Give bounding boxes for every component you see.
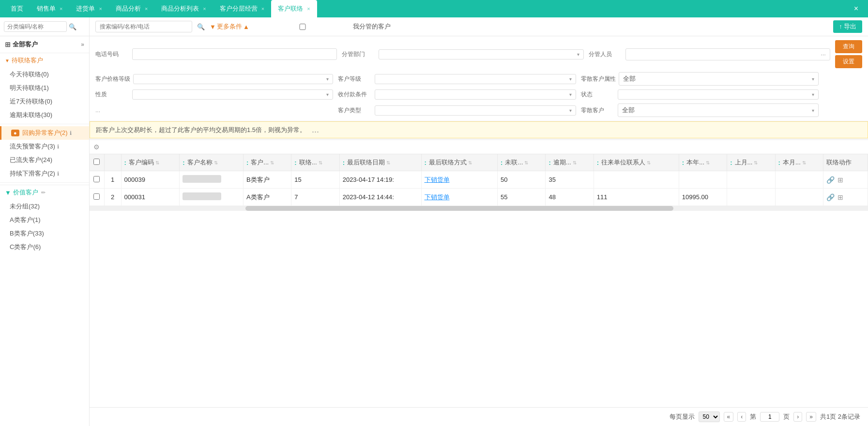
row1-contact: 15 — [291, 171, 339, 189]
nav-product-analysis[interactable]: 商品分析 × — [109, 0, 154, 17]
code-sort-icon[interactable]: ⇅ — [155, 160, 159, 165]
sidebar-continuous-down[interactable]: 持续下滑客户(2) ℹ — [0, 167, 89, 180]
row2-check — [90, 189, 104, 206]
row1-action-icons: 🔗 ⊞ — [826, 176, 865, 184]
row1-grid-icon[interactable]: ⊞ — [838, 176, 843, 184]
sidebar-value-section[interactable]: ▼ 价值客户 ✏ — [0, 185, 89, 200]
next-page-btn[interactable]: › — [793, 412, 802, 422]
nav-product-analysis-close[interactable]: × — [145, 6, 148, 12]
settings-button[interactable]: 设置 — [835, 55, 862, 68]
row2-checkbox[interactable] — [93, 193, 100, 200]
nav-customer-contact-close[interactable]: × — [307, 6, 310, 12]
per-page-select[interactable]: 50 — [699, 411, 720, 422]
first-page-btn[interactable]: « — [724, 412, 734, 422]
data-table: : 客户编码 ⇅ : 客户名称 ⇅ — [90, 154, 868, 206]
row2-link-icon[interactable]: 🔗 — [826, 193, 835, 201]
filter-bar-right: ↑ 导出 — [833, 20, 862, 33]
sidebar-all-customers-header[interactable]: ⊞ 全部客户 » — [0, 36, 89, 53]
dept-select[interactable]: ▾ — [379, 49, 583, 59]
name-sort-icon[interactable]: ⇅ — [214, 160, 218, 165]
year-sort-icon[interactable]: ⇅ — [706, 160, 710, 165]
sidebar-class-c[interactable]: C类客户(6) — [0, 240, 89, 254]
sidebar-today-pending[interactable]: 今天待联络(0) — [0, 68, 89, 81]
price-grade-select[interactable]: ▾ — [133, 74, 333, 84]
tooltip-text: 距客户上次交易时长，超过了此客户的平均交易周期的1.5倍，则视为异常。 — [96, 126, 306, 134]
retail-attr-chevron-icon: ▾ — [812, 76, 814, 82]
query-button[interactable]: 查询 — [835, 40, 862, 53]
more-conditions-btn[interactable]: ▼ 更多条件 ▲ — [210, 22, 249, 31]
last-month-sort-icon[interactable]: ⇅ — [754, 160, 758, 165]
retail-customer-select[interactable]: 全部 ▾ — [618, 103, 819, 117]
row1-link-icon[interactable]: 🔗 — [826, 176, 835, 184]
company-sort-icon[interactable]: ⇅ — [647, 160, 651, 165]
export-icon: ↑ — [839, 23, 842, 30]
customer-grade-select[interactable]: ▾ — [375, 74, 576, 84]
overdue-sort-icon[interactable]: ⇅ — [573, 160, 577, 165]
nav-sales[interactable]: 销售单 × — [30, 0, 69, 17]
select-all-checkbox[interactable] — [93, 159, 100, 165]
sidebar-overdue-pending[interactable]: 逾期未联络(30) — [0, 108, 89, 122]
customer-grade-chevron-icon: ▾ — [569, 76, 572, 82]
horizontal-scrollbar[interactable] — [90, 206, 868, 211]
nav-product-analysis-list[interactable]: 商品分析列表 × — [154, 0, 213, 17]
nav-purchase-close[interactable]: × — [99, 6, 102, 12]
sidebar-search-icon[interactable]: 🔍 — [69, 23, 76, 30]
nav-customer-contact[interactable]: 客户联络 × — [271, 0, 317, 17]
my-customers-filter[interactable]: 我分管的客户 — [254, 22, 391, 31]
sidebar-class-b[interactable]: B类客户(33) — [0, 227, 89, 240]
row2-this-month — [775, 189, 823, 206]
sidebar-tomorrow-pending[interactable]: 明天待联络(1) — [0, 81, 89, 95]
tooltip-more-btn[interactable]: ... — [310, 125, 321, 135]
sidebar-collapse-icon[interactable]: » — [81, 41, 84, 48]
customer-type-select[interactable]: ▾ — [375, 105, 576, 116]
sidebar-repurchase-abnormal[interactable]: ● 回购异常客户(2) ℹ — [0, 126, 89, 140]
sidebar-pending-section[interactable]: ▼ 待联络客户 — [0, 53, 89, 68]
sidebar-ungrouped[interactable]: 未分组(32) — [0, 200, 89, 213]
method-sort-icon[interactable]: ⇅ — [468, 160, 472, 165]
my-customers-checkbox[interactable] — [254, 24, 351, 30]
page-prefix-label: 第 — [750, 412, 756, 421]
sidebar-search-input[interactable] — [4, 21, 67, 32]
page-number-input[interactable] — [760, 412, 779, 422]
row2-grid-icon[interactable]: ⊞ — [838, 193, 843, 201]
scrollbar-thumb[interactable] — [245, 206, 673, 211]
uncontacted-sort-icon[interactable]: ⇅ — [524, 160, 528, 165]
phone-input[interactable] — [132, 48, 337, 60]
customer-type-label: 客户类型 — [338, 106, 372, 115]
nav-home[interactable]: 首页 — [4, 0, 30, 17]
row1-method-link[interactable]: 下销货单 — [425, 176, 450, 183]
this-month-sort-icon[interactable]: ⇅ — [802, 160, 806, 165]
nav-customer-tier-close[interactable]: × — [261, 6, 264, 12]
prev-page-btn[interactable]: ‹ — [737, 412, 746, 422]
date-sort-icon[interactable]: ⇅ — [386, 160, 390, 165]
gender-field: 性质 ▾ — [95, 89, 333, 100]
row1-this-month — [775, 171, 823, 189]
th-company-contact: : 往来单位联系人 ⇅ — [594, 154, 679, 171]
retail-attr-select[interactable]: 全部 ▾ — [619, 72, 819, 86]
gender-select[interactable]: ▾ — [132, 89, 333, 100]
row1-checkbox[interactable] — [93, 176, 100, 182]
sidebar-class-a[interactable]: A类客户(1) — [0, 213, 89, 227]
status-select[interactable]: ▾ — [618, 89, 819, 100]
last-page-btn[interactable]: » — [806, 412, 816, 422]
sidebar-week-pending[interactable]: 近7天待联络(0) — [0, 95, 89, 108]
type-sort-icon[interactable]: ⇅ — [270, 160, 274, 165]
nav-sales-close[interactable]: × — [60, 6, 62, 12]
table-row: 1 000039 B类客户 15 2023-04-17 14:19: 下销货单 … — [90, 171, 868, 189]
window-close[interactable]: × — [848, 4, 864, 13]
payment-select[interactable]: ▾ — [375, 89, 576, 100]
nav-customer-tier[interactable]: 客户分层经营 × — [213, 0, 271, 17]
nav-purchase[interactable]: 进货单 × — [69, 0, 108, 17]
value-edit-icon[interactable]: ✏ — [41, 190, 46, 196]
table-settings-icon[interactable]: ⚙ — [93, 143, 100, 151]
row2-method-link[interactable]: 下销货单 — [425, 193, 450, 201]
export-button[interactable]: ↑ 导出 — [833, 20, 862, 33]
person-select[interactable]: ··· — [625, 48, 830, 60]
sidebar-already-lost[interactable]: 已流失客户(24) — [0, 153, 89, 167]
sidebar-lost-predicted[interactable]: 流失预警客户(3) ℹ — [0, 140, 89, 153]
search-icon[interactable]: 🔍 — [197, 23, 205, 30]
contact-sort-icon[interactable]: ⇅ — [319, 160, 322, 165]
status-label: 状态 — [581, 90, 615, 99]
search-input[interactable] — [95, 21, 192, 32]
nav-product-analysis-list-close[interactable]: × — [203, 6, 206, 12]
